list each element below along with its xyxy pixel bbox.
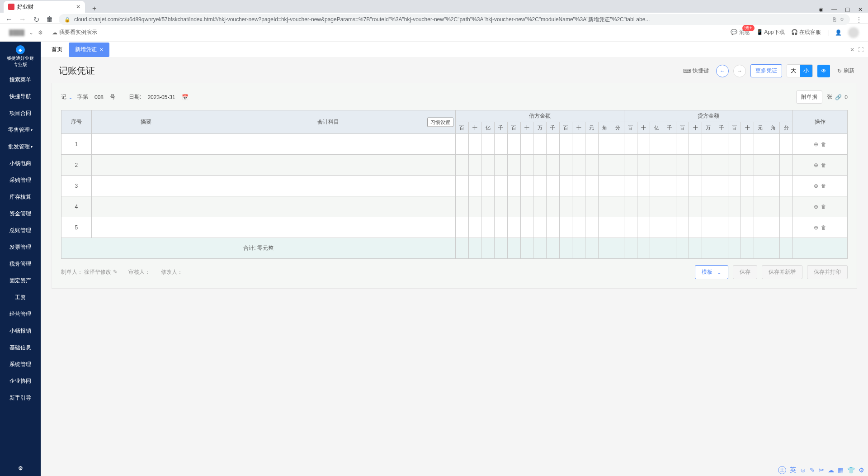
digit-cell[interactable] bbox=[728, 155, 741, 176]
digit-cell[interactable] bbox=[741, 176, 754, 196]
digit-cell[interactable] bbox=[689, 217, 702, 238]
digit-cell[interactable] bbox=[689, 134, 702, 155]
tab-close-icon[interactable]: ✕ bbox=[99, 47, 103, 52]
subject-cell[interactable] bbox=[201, 196, 455, 217]
digit-cell[interactable] bbox=[520, 134, 533, 155]
digit-cell[interactable] bbox=[495, 155, 508, 176]
size-small[interactable]: 小 bbox=[800, 65, 812, 77]
digit-cell[interactable] bbox=[611, 196, 624, 217]
digit-cell[interactable] bbox=[637, 176, 650, 196]
digit-cell[interactable] bbox=[715, 134, 728, 155]
digit-cell[interactable] bbox=[702, 134, 715, 155]
menu-icon[interactable]: ⋮ bbox=[854, 15, 863, 24]
digit-cell[interactable] bbox=[780, 176, 793, 196]
save-button[interactable]: 保存 bbox=[733, 265, 757, 279]
digit-cell[interactable] bbox=[546, 155, 559, 176]
scissors-icon[interactable]: ✂ bbox=[819, 466, 824, 474]
digit-cell[interactable] bbox=[767, 196, 780, 217]
refresh-button[interactable]: ↻ 刷新 bbox=[835, 65, 857, 76]
digit-cell[interactable] bbox=[520, 196, 533, 217]
edit-icon[interactable]: ✎ bbox=[810, 466, 815, 474]
sidebar-item-18[interactable]: 企业协同 bbox=[0, 373, 41, 390]
digit-cell[interactable] bbox=[456, 217, 469, 238]
sidebar-item-1[interactable]: 快捷导航 bbox=[0, 88, 41, 105]
digit-cell[interactable] bbox=[689, 155, 702, 176]
digit-cell[interactable] bbox=[572, 217, 585, 238]
close-window-icon[interactable]: ✕ bbox=[858, 6, 863, 13]
person-icon[interactable]: 👕 bbox=[847, 466, 855, 474]
digit-cell[interactable] bbox=[507, 217, 520, 238]
digit-cell[interactable] bbox=[611, 134, 624, 155]
shortcut-button[interactable]: ⌨ 快捷键 bbox=[680, 65, 712, 76]
digit-cell[interactable] bbox=[507, 196, 520, 217]
fullscreen-icon[interactable]: ⛶ bbox=[858, 47, 863, 53]
add-row-icon[interactable]: ⊕ bbox=[814, 141, 818, 148]
sidebar-item-15[interactable]: 小畅报销 bbox=[0, 323, 41, 339]
cloud-icon[interactable]: ☁ bbox=[828, 466, 834, 474]
digit-cell[interactable] bbox=[585, 217, 598, 238]
digit-cell[interactable] bbox=[507, 155, 520, 176]
ime-lang[interactable]: 英 bbox=[790, 466, 796, 474]
forward-icon[interactable]: → bbox=[18, 15, 27, 24]
sidebar-item-10[interactable]: 发票管理 bbox=[0, 239, 41, 256]
digit-cell[interactable] bbox=[456, 134, 469, 155]
digit-cell[interactable] bbox=[481, 176, 495, 196]
digit-cell[interactable] bbox=[637, 134, 650, 155]
digit-cell[interactable] bbox=[481, 134, 495, 155]
sidebar-item-3[interactable]: 零售管理▾ bbox=[0, 122, 41, 138]
attach-button[interactable]: 附单据 bbox=[796, 90, 822, 104]
digit-cell[interactable] bbox=[598, 134, 611, 155]
tab-close-icon[interactable]: ✕ bbox=[76, 4, 80, 10]
digit-cell[interactable] bbox=[533, 176, 547, 196]
digit-cell[interactable] bbox=[637, 196, 650, 217]
sidebar-item-16[interactable]: 基础信息 bbox=[0, 339, 41, 356]
digit-cell[interactable] bbox=[650, 155, 663, 176]
subject-cell[interactable] bbox=[201, 217, 455, 238]
digit-cell[interactable] bbox=[624, 155, 637, 176]
save-new-button[interactable]: 保存并新增 bbox=[762, 265, 802, 279]
sidebar-item-9[interactable]: 总账管理 bbox=[0, 222, 41, 239]
habit-button[interactable]: 习惯设置 bbox=[427, 117, 453, 127]
digit-cell[interactable] bbox=[702, 155, 715, 176]
digit-cell[interactable] bbox=[598, 155, 611, 176]
digit-cell[interactable] bbox=[780, 134, 793, 155]
date-input[interactable]: 2023-05-31 bbox=[146, 93, 177, 101]
digit-cell[interactable] bbox=[533, 196, 547, 217]
tab-new-voucher[interactable]: 新增凭证 ✕ bbox=[69, 43, 109, 57]
save-print-button[interactable]: 保存并打印 bbox=[807, 265, 848, 279]
digit-cell[interactable] bbox=[767, 217, 780, 238]
digit-cell[interactable] bbox=[741, 155, 754, 176]
digit-cell[interactable] bbox=[754, 196, 767, 217]
user-icon[interactable]: 👤 bbox=[835, 29, 842, 36]
digit-cell[interactable] bbox=[456, 176, 469, 196]
digit-cell[interactable] bbox=[780, 217, 793, 238]
digit-cell[interactable] bbox=[495, 217, 508, 238]
sidebar-item-11[interactable]: 税务管理 bbox=[0, 256, 41, 272]
summary-cell[interactable] bbox=[91, 134, 201, 155]
avatar[interactable] bbox=[848, 27, 859, 38]
voucher-type-select[interactable]: 记 ⌄ bbox=[61, 93, 73, 101]
digit-cell[interactable] bbox=[559, 155, 572, 176]
delete-row-icon[interactable]: 🗑 bbox=[821, 162, 826, 168]
digit-cell[interactable] bbox=[481, 217, 495, 238]
next-button[interactable]: → bbox=[733, 65, 746, 77]
digit-cell[interactable] bbox=[624, 196, 637, 217]
digit-cell[interactable] bbox=[663, 155, 676, 176]
digit-cell[interactable] bbox=[572, 155, 585, 176]
sidebar-item-7[interactable]: 库存核算 bbox=[0, 189, 41, 205]
add-row-icon[interactable]: ⊕ bbox=[814, 183, 818, 189]
voucher-number-input[interactable]: 008 bbox=[93, 93, 105, 101]
maximize-icon[interactable]: ▢ bbox=[845, 6, 850, 13]
digit-cell[interactable] bbox=[559, 176, 572, 196]
digit-cell[interactable] bbox=[546, 217, 559, 238]
delete-row-icon[interactable]: 🗑 bbox=[821, 204, 826, 210]
add-row-icon[interactable]: ⊕ bbox=[814, 162, 818, 168]
size-large[interactable]: 大 bbox=[787, 65, 800, 77]
digit-cell[interactable] bbox=[676, 217, 689, 238]
smile-icon[interactable]: ☺ bbox=[800, 466, 806, 474]
digit-cell[interactable] bbox=[676, 134, 689, 155]
digit-cell[interactable] bbox=[468, 196, 481, 217]
install-icon[interactable]: ⎘ bbox=[833, 16, 836, 23]
delete-row-icon[interactable]: 🗑 bbox=[821, 183, 826, 189]
digit-cell[interactable] bbox=[468, 217, 481, 238]
